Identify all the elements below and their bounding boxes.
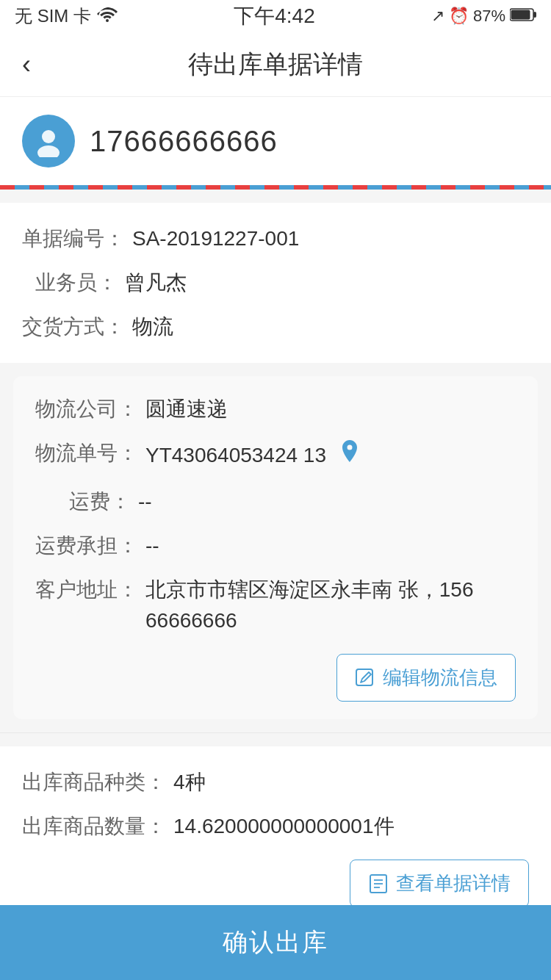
svg-point-3 <box>42 130 55 143</box>
status-bar: 无 SIM 卡 下午4:42 ↗ ⏰ 87% <box>0 0 551 32</box>
alarm-icon: ⏰ <box>449 7 469 26</box>
section-divider <box>0 732 551 733</box>
goods-quantity-label: 出库商品数量： <box>22 811 166 842</box>
customer-phone: 17666666666 <box>90 125 278 158</box>
edit-logistics-button[interactable]: 编辑物流信息 <box>336 654 516 702</box>
freight-row: 运费： -- <box>35 486 516 517</box>
goods-type-label: 出库商品种类： <box>22 767 166 798</box>
freight-label: 运费： <box>35 486 131 517</box>
company-label: 物流公司： <box>35 394 138 425</box>
customer-card: 17666666666 <box>0 97 551 185</box>
tracking-label: 物流单号： <box>35 438 138 469</box>
goods-quantity-value: 14.620000000000001件 <box>166 811 529 842</box>
status-left: 无 SIM 卡 <box>15 4 118 28</box>
doc-no-label: 单据编号： <box>22 223 125 254</box>
salesperson-value: 曾凡杰 <box>118 267 529 298</box>
company-value: 圆通速递 <box>138 394 516 425</box>
map-pin-icon[interactable] <box>336 438 363 473</box>
freight-bear-value: -- <box>138 530 516 561</box>
address-value: 北京市市辖区海淀区永丰南 张，156 66666666 <box>138 574 516 636</box>
location-status-icon: ↗ <box>431 7 444 26</box>
battery-icon <box>510 7 536 26</box>
avatar <box>22 115 75 167</box>
salesperson-row: 业务员： 曾凡杰 <box>22 267 529 298</box>
edit-icon <box>355 668 375 688</box>
freight-bear-row: 运费承担： -- <box>35 530 516 561</box>
svg-rect-1 <box>533 12 536 18</box>
confirm-btn-wrap: 确认出库 <box>0 905 551 980</box>
page-title: 待出库单据详情 <box>188 48 363 82</box>
salesperson-label: 业务员： <box>22 267 118 298</box>
delivery-row: 交货方式： 物流 <box>22 311 529 342</box>
battery-text: 87% <box>473 7 505 26</box>
dashed-divider <box>0 185 551 190</box>
carrier-text: 无 SIM 卡 <box>15 4 91 28</box>
confirm-button[interactable]: 确认出库 <box>223 926 328 959</box>
wifi-icon <box>97 6 118 26</box>
svg-point-4 <box>37 145 60 157</box>
address-row: 客户地址： 北京市市辖区海淀区永丰南 张，156 66666666 <box>35 574 516 636</box>
company-row: 物流公司： 圆通速递 <box>35 394 516 425</box>
doc-no-row: 单据编号： SA-20191227-001 <box>22 223 529 254</box>
tracking-row: 物流单号： YT43064053424 13 <box>35 438 516 473</box>
goods-type-row: 出库商品种类： 4种 <box>22 767 529 798</box>
svg-rect-2 <box>511 10 530 20</box>
nav-bar: ‹ 待出库单据详情 <box>0 32 551 97</box>
status-right: ↗ ⏰ 87% <box>431 7 536 26</box>
freight-bear-label: 运费承担： <box>35 530 138 561</box>
tracking-value: YT43064053424 13 <box>138 438 516 473</box>
goods-section: 出库商品种类： 4种 出库商品数量： 14.620000000000001件 查… <box>0 746 551 928</box>
document-icon <box>368 873 389 894</box>
view-detail-button[interactable]: 查看单据详情 <box>350 860 529 907</box>
logistics-card: 物流公司： 圆通速递 物流单号： YT43064053424 13 运费： --… <box>13 376 538 719</box>
doc-no-value: SA-20191227-001 <box>125 223 529 254</box>
goods-quantity-row: 出库商品数量： 14.620000000000001件 <box>22 811 529 842</box>
back-button[interactable]: ‹ <box>22 49 31 80</box>
view-detail-wrap: 查看单据详情 <box>22 860 529 907</box>
basic-info-section: 单据编号： SA-20191227-001 业务员： 曾凡杰 交货方式： 物流 <box>0 203 551 363</box>
edit-logistics-wrap: 编辑物流信息 <box>35 654 516 702</box>
delivery-value: 物流 <box>125 311 529 342</box>
status-time: 下午4:42 <box>234 2 315 30</box>
freight-value: -- <box>131 486 516 517</box>
delivery-label: 交货方式： <box>22 311 125 342</box>
address-label: 客户地址： <box>35 574 138 605</box>
goods-type-value: 4种 <box>166 767 529 798</box>
